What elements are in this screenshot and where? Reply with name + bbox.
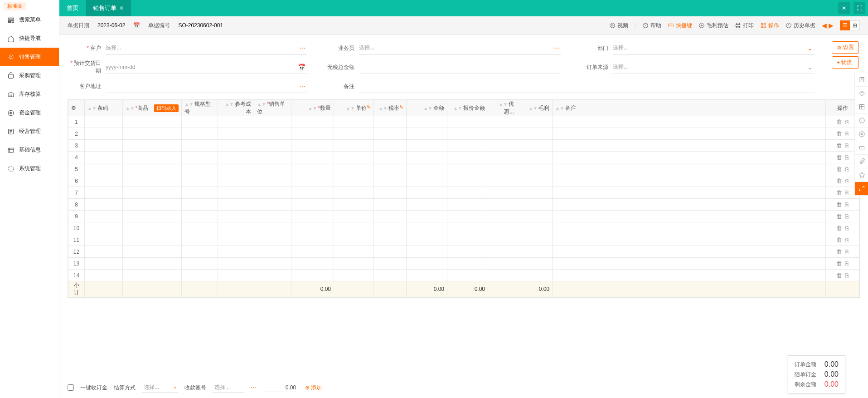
delete-icon[interactable]: 🗑 (836, 272, 842, 279)
copy-icon[interactable]: ⎘ (845, 248, 849, 255)
sidebar-item-system[interactable]: 系统管理 (0, 159, 59, 178)
next-doc-icon[interactable]: ▶ (829, 22, 834, 29)
source-select[interactable]: 选择...⌄ (613, 60, 815, 74)
address-input[interactable]: ⋯ (106, 79, 307, 93)
edit-icon[interactable]: ✎ (367, 104, 371, 110)
more-icon[interactable]: ⋯ (251, 384, 256, 391)
delete-icon[interactable]: 🗑 (836, 130, 842, 137)
copy-icon[interactable]: ⎘ (845, 225, 849, 231)
account-select[interactable]: 选择... (213, 383, 244, 393)
operate-action[interactable]: 操作 (760, 22, 779, 29)
col-unit[interactable]: ▲▼*销售单位 (254, 100, 291, 116)
scan-badge[interactable]: 扫码录入 (154, 104, 179, 112)
table-row[interactable]: 4🗑⎘ (68, 152, 859, 163)
dept-select[interactable]: 选择...⌄ (613, 41, 815, 55)
sidebar-item-fund[interactable]: 资金管理 (0, 103, 59, 122)
chevron-down-icon[interactable]: ⌄ (805, 44, 815, 52)
col-amount[interactable]: ▲▼金额 (407, 100, 447, 116)
table-row[interactable]: 13🗑⎘ (68, 258, 859, 270)
delete-icon[interactable]: 🗑 (836, 166, 842, 172)
copy-icon[interactable]: ⎘ (845, 166, 849, 172)
add-button[interactable]: ⊕添加 (305, 384, 322, 392)
remark-input[interactable] (359, 79, 815, 93)
delete-icon[interactable]: 🗑 (836, 225, 842, 231)
col-price[interactable]: ▲▼单价✎ (334, 100, 374, 116)
col-spec[interactable]: ▲▼规格型号 (182, 100, 218, 116)
sidebar-item-purchase[interactable]: 采购管理 (0, 66, 59, 85)
fullscreen-icon[interactable]: ⛶ (853, 2, 865, 14)
footer-amount[interactable]: 0.00 (262, 383, 299, 392)
col-qty[interactable]: ▲▼*数量 (291, 100, 334, 116)
salesman-select[interactable]: 选择...⋯ (359, 41, 561, 55)
chevron-down-icon[interactable]: ⌄ (805, 64, 815, 71)
copy-icon[interactable]: ⎘ (845, 177, 849, 184)
tab-close-all[interactable]: ✕ (838, 2, 850, 14)
sidebar-item-sales[interactable]: 销售管理 (0, 48, 59, 66)
col-barcode[interactable]: ▲▼条码 (85, 100, 123, 116)
calendar-icon[interactable]: 📅 (296, 64, 307, 71)
calendar-icon[interactable]: 📅 (133, 22, 140, 29)
more-icon[interactable]: ⋯ (297, 44, 307, 52)
logistics-button[interactable]: +物流 (832, 56, 859, 69)
copy-icon[interactable]: ⎘ (845, 236, 849, 243)
table-row[interactable]: 10🗑⎘ (68, 222, 859, 234)
help-action[interactable]: 帮助 (642, 22, 661, 29)
date-value[interactable]: 2023-06-02 (97, 22, 125, 29)
table-row[interactable]: 8🗑⎘ (68, 199, 859, 211)
settings-button[interactable]: ⚙设置 (832, 41, 859, 54)
copy-icon[interactable]: ⎘ (845, 130, 849, 137)
copy-icon[interactable]: ⎘ (845, 154, 849, 161)
copy-icon[interactable]: ⎘ (845, 260, 849, 267)
float-star-icon[interactable] (855, 168, 868, 182)
close-icon[interactable]: ✕ (119, 5, 124, 11)
customer-select[interactable]: 选择...⋯ (106, 41, 307, 55)
delete-icon[interactable]: 🗑 (836, 154, 842, 161)
delete-icon[interactable]: 🗑 (836, 118, 842, 125)
more-icon[interactable]: ⋯ (297, 83, 307, 90)
delete-icon[interactable]: 🗑 (836, 236, 842, 243)
delete-icon[interactable]: 🗑 (836, 177, 842, 184)
col-product[interactable]: ▲▼*商品扫码录入 (123, 100, 182, 116)
col-discount[interactable]: ▲▼优惠... (488, 100, 517, 116)
table-row[interactable]: 5🗑⎘ (68, 163, 859, 175)
prev-doc-icon[interactable]: ◀ (822, 22, 827, 29)
sidebar-item-manage[interactable]: 经营管理 (0, 122, 59, 141)
table-row[interactable]: 14🗑⎘ (68, 270, 859, 281)
tab-sales-order[interactable]: 销售订单 ✕ (86, 0, 131, 16)
float-coupon-icon[interactable] (855, 141, 868, 155)
copy-icon[interactable]: ⎘ (845, 213, 849, 220)
table-row[interactable]: 3🗑⎘ (68, 140, 859, 152)
table-row[interactable]: 6🗑⎘ (68, 175, 859, 187)
sidebar-item-home[interactable]: 快捷导航 (0, 29, 59, 48)
table-row[interactable]: 12🗑⎘ (68, 246, 859, 258)
copy-icon[interactable]: ⎘ (845, 201, 849, 208)
table-row[interactable]: 1🗑⎘ (68, 116, 859, 128)
col-quote[interactable]: ▲▼报价金额 (447, 100, 488, 116)
delete-icon[interactable]: 🗑 (836, 189, 842, 196)
table-row[interactable]: 11🗑⎘ (68, 234, 859, 246)
shortcut-action[interactable]: 快捷键 (668, 22, 692, 29)
col-profit[interactable]: ▲▼毛利 (517, 100, 553, 116)
delete-icon[interactable]: 🗑 (836, 248, 842, 255)
sidebar-item-search[interactable]: 搜索菜单 (0, 10, 59, 29)
col-settings[interactable]: ⚙ (68, 100, 85, 116)
delete-icon[interactable]: 🗑 (836, 260, 842, 267)
notax-amount-input[interactable] (359, 60, 561, 74)
sidebar-item-stock[interactable]: 库存核算 (0, 85, 59, 103)
delete-icon[interactable]: 🗑 (836, 201, 842, 208)
col-refcost[interactable]: ▲▼参考成本 (218, 100, 254, 116)
table-row[interactable]: 9🗑⎘ (68, 211, 859, 222)
settle-select[interactable]: 选择...⌄ (142, 383, 178, 393)
float-owe-icon[interactable] (855, 128, 868, 141)
table-row[interactable]: 7🗑⎘ (68, 187, 859, 199)
edit-icon[interactable]: ✎ (399, 104, 403, 110)
col-remark[interactable]: ▲▼备注 (553, 100, 826, 116)
profit-action[interactable]: 毛利预估 (698, 22, 728, 29)
sidebar-item-basic[interactable]: 基础信息 (0, 141, 59, 159)
table-row[interactable]: 2🗑⎘ (68, 128, 859, 140)
delete-icon[interactable]: 🗑 (836, 142, 842, 149)
print-action[interactable]: 打印 (735, 22, 754, 29)
copy-icon[interactable]: ⎘ (845, 272, 849, 279)
float-price-icon[interactable] (855, 87, 868, 100)
deposit-checkbox[interactable] (68, 384, 74, 391)
